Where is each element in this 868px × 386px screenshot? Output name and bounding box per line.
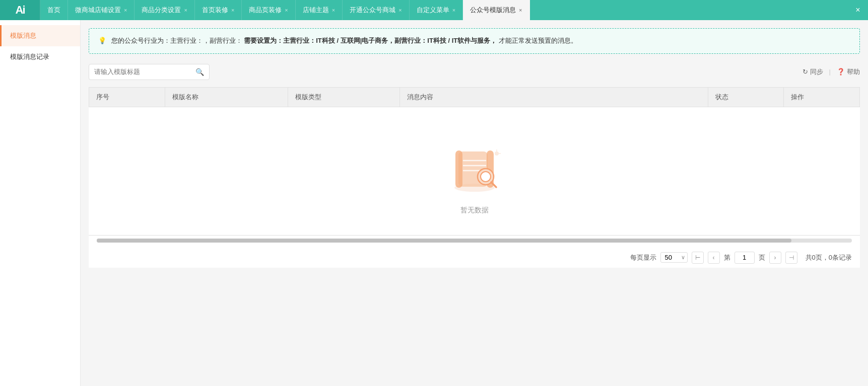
svg-point-8 (481, 172, 491, 182)
content-area: 💡 您的公众号行业为：主营行业：，副营行业： 需要设置为：主营行业：IT科技 /… (81, 20, 868, 386)
tab-close-weshop-settings[interactable]: × (124, 7, 127, 13)
page-prefix: 第 (724, 253, 730, 262)
scrollbar-area (89, 235, 860, 246)
col-action: 操作 (784, 87, 860, 107)
sync-button[interactable]: ↻ 同步 (803, 67, 823, 76)
tab-open-mall[interactable]: 开通公众号商城× (343, 0, 409, 20)
help-icon: ❓ (837, 68, 845, 75)
tab-close-category-settings[interactable]: × (184, 7, 187, 13)
notice-icon: 💡 (98, 37, 106, 44)
search-input[interactable] (94, 68, 193, 75)
search-actions: ↻ 同步 | ❓ 帮助 (803, 67, 860, 76)
search-icon[interactable]: 🔍 (195, 68, 204, 76)
col-index: 序号 (89, 87, 165, 107)
tab-custom-menu[interactable]: 自定义菜单× (410, 0, 463, 20)
scrollbar-thumb (97, 239, 791, 243)
top-nav: Ai 首页微商城店铺设置×商品分类设置×首页装修×商品页装修×店铺主题×开通公众… (0, 0, 868, 20)
next-page-button[interactable]: › (769, 252, 781, 264)
tab-close-template-msg[interactable]: × (519, 7, 522, 13)
notice-prefix: 您的公众号行业为：主营行业：，副营行业： (111, 37, 242, 44)
main-layout: 模版消息模版消息记录 💡 您的公众号行业为：主营行业：，副营行业： 需要设置为：… (0, 20, 868, 386)
tab-home[interactable]: 首页 (40, 0, 68, 20)
tab-template-msg[interactable]: 公众号模版消息× (463, 0, 529, 20)
tab-product-decoration[interactable]: 商品页装修× (242, 0, 295, 20)
tab-close-homepage-decoration[interactable]: × (231, 7, 234, 13)
search-input-wrap: 🔍 (89, 64, 210, 80)
pagination: 每页显示 102050100 ∨ ⊢ ‹ 第 页 › ⊣ 共0页，0条记录 (89, 246, 860, 268)
page-input[interactable] (735, 252, 755, 264)
col-status: 状态 (708, 87, 784, 107)
tab-close-open-mall[interactable]: × (398, 7, 402, 13)
sync-icon: ↻ (803, 68, 808, 75)
tab-close-custom-menu[interactable]: × (452, 7, 455, 13)
first-page-button[interactable]: ⊢ (692, 252, 704, 264)
notice-suffix: 才能正常发送预置的消息。 (499, 37, 577, 44)
app-logo: Ai (0, 0, 40, 20)
col-content: 消息内容 (399, 87, 708, 107)
sidebar-item-template-record[interactable]: 模版消息记录 (0, 46, 80, 67)
notice-box: 💡 您的公众号行业为：主营行业：，副营行业： 需要设置为：主营行业：IT科技 /… (89, 28, 860, 54)
tab-category-settings[interactable]: 商品分类设置× (135, 0, 194, 20)
empty-text: 暂无数据 (460, 206, 489, 215)
svg-point-10 (495, 151, 499, 156)
data-table: 序号模版名称模版类型消息内容状态操作 (89, 87, 860, 107)
table-wrapper: 序号模版名称模版类型消息内容状态操作 (89, 87, 860, 246)
empty-illustration (444, 137, 505, 198)
tab-homepage-decoration[interactable]: 首页装修× (195, 0, 242, 20)
col-name: 模版名称 (165, 87, 288, 107)
empty-state: 暂无数据 (89, 107, 860, 235)
page-size-select[interactable]: 102050100 (660, 252, 688, 263)
tab-close-product-decoration[interactable]: × (285, 7, 288, 13)
page-size-label: 每页显示 (630, 253, 656, 262)
tab-weshop-settings[interactable]: 微商城店铺设置× (68, 0, 135, 20)
tab-shop-theme[interactable]: 店铺主题× (296, 0, 343, 20)
window-close-button[interactable]: × (848, 0, 868, 20)
page-unit: 页 (759, 253, 765, 262)
page-size-wrap: 102050100 ∨ (660, 252, 688, 263)
last-page-button[interactable]: ⊣ (785, 252, 797, 264)
search-bar: 🔍 ↻ 同步 | ❓ 帮助 (89, 64, 860, 80)
total-info: 共0页，0条记录 (806, 253, 852, 262)
col-type: 模版类型 (288, 87, 400, 107)
tab-close-shop-theme[interactable]: × (332, 7, 335, 13)
sidebar-item-template-msg[interactable]: 模版消息 (0, 25, 80, 46)
sidebar: 模版消息模版消息记录 (0, 20, 81, 386)
svg-rect-2 (455, 150, 462, 188)
notice-highlight: 需要设置为：主营行业：IT科技 / 互联网|电子商务，副营行业：IT科技 / I… (244, 37, 497, 44)
divider: | (829, 68, 831, 75)
prev-page-button[interactable]: ‹ (708, 252, 720, 264)
help-button[interactable]: ❓ 帮助 (837, 67, 860, 76)
fake-scrollbar[interactable] (97, 239, 852, 243)
